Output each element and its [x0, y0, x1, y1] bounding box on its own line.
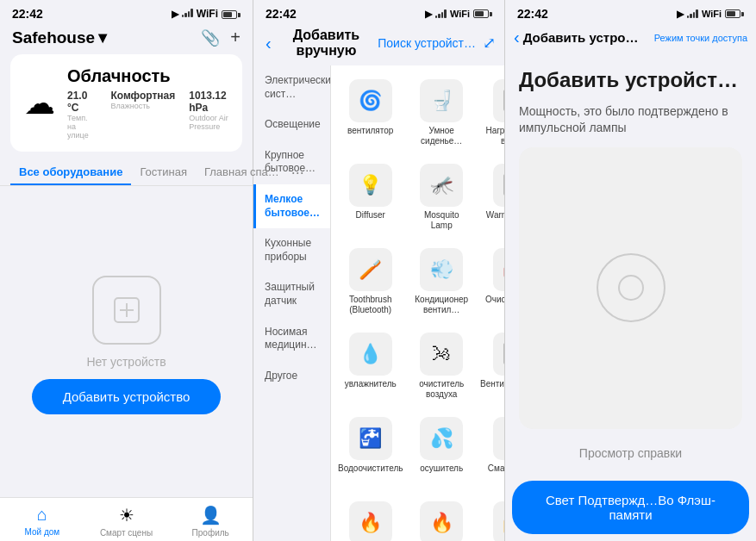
device-name-6: Toothbrush (Bluetooth): [338, 295, 403, 315]
weather-temp: 21.0 °C Темп. на улице: [67, 90, 97, 140]
panel3-device-info: 22:42 ▶ WiFi ‹ Добавить устро… Режим точ…: [504, 0, 756, 541]
p3-header: ‹ Добавить устро… Режим точки доступа: [505, 24, 756, 54]
p3-circle: [597, 253, 665, 322]
device-icon-1: 🚽: [420, 79, 463, 122]
device-item-6[interactable]: 🪥Toothbrush (Bluetooth): [334, 241, 406, 322]
device-name-9: увлажнитель: [345, 379, 397, 389]
tab-main-spa[interactable]: Главная спа…: [196, 160, 288, 185]
device-item-9[interactable]: 💧увлажнитель: [334, 326, 406, 407]
device-item-7[interactable]: 💨Кондиционер вентил…: [409, 241, 473, 322]
back-button-p2[interactable]: ‹: [262, 32, 275, 55]
device-item-0[interactable]: 🌀вентилятор: [334, 72, 406, 153]
attachment-icon[interactable]: 📎: [201, 28, 220, 47]
chevron-down-icon: ▾: [98, 28, 107, 47]
status-icons-panel2: ▶ WiFi: [425, 9, 492, 20]
device-name-12: Водоочиститель: [338, 463, 403, 474]
device-icon-13: 💦: [420, 417, 463, 460]
status-icons-panel3: ▶ WiFi: [677, 9, 744, 20]
device-item-8[interactable]: 🤖Очистка робот: [477, 241, 504, 322]
p3-title: Добавить устро…: [523, 30, 651, 45]
app-title-area[interactable]: Safehouse ▾: [12, 28, 107, 47]
device-item-3[interactable]: 💡Diffuser: [334, 157, 406, 238]
signal-icon-p2: [435, 9, 447, 18]
device-icon-3: 💡: [349, 164, 392, 207]
p2-header: ‹ Добавить вручную Поиск устройст… ⤢: [253, 24, 504, 65]
location-icon-p2: ▶: [425, 9, 432, 20]
weather-info: Облачность 21.0 °C Темп. на улице Комфор…: [67, 66, 228, 140]
time-panel1: 22:42: [12, 7, 43, 21]
device-item-4[interactable]: 🦟Mosquito Lamp: [409, 157, 473, 238]
p2-title: Добавить вручную: [278, 28, 375, 59]
category-item-1[interactable]: Освещение: [253, 109, 330, 140]
status-bar-panel1: 22:42 ▶ WiFi: [0, 0, 253, 24]
location-icon-p3: ▶: [677, 9, 684, 20]
device-name-5: Warming Table: [486, 210, 504, 221]
p3-main-title: Добавить устройст…: [519, 68, 742, 93]
back-button-p3[interactable]: ‹: [514, 28, 520, 47]
nav-item-scenes[interactable]: ☀ Смарт сцены: [84, 505, 169, 538]
device-name-0: вентилятор: [347, 126, 393, 136]
tab-living-room[interactable]: Гостиная: [131, 160, 196, 185]
nav-label-home: Мой дом: [25, 527, 60, 537]
device-item-16[interactable]: 🔥Обогреватели (Bluetooth): [409, 494, 473, 541]
more-tabs-button[interactable]: ···: [288, 160, 308, 185]
weather-card: ☁ Облачность 21.0 °C Темп. на улице Комф…: [10, 54, 242, 152]
weather-humidity: Комфортная Влажность: [110, 90, 175, 140]
device-item-15[interactable]: 🔥Обогреватели: [334, 494, 406, 541]
mode-button-p3[interactable]: Режим точки доступа: [654, 33, 747, 43]
device-name-13: осушитель: [420, 463, 463, 474]
time-panel2: 22:42: [266, 7, 297, 21]
category-item-7[interactable]: Другое: [253, 361, 330, 392]
category-item-4[interactable]: Кухонные приборы: [253, 228, 330, 272]
room-tabs: Все оборудование Гостиная Главная спа… ·…: [0, 160, 253, 186]
empty-text: Нет устройств: [86, 355, 166, 369]
device-icon-14: 💡: [493, 417, 504, 460]
device-name-7: Кондиционер вентил…: [413, 295, 470, 315]
p3-image-area: [519, 147, 742, 429]
wifi-icon-p2: WiFi: [450, 9, 470, 19]
weather-pressure: 1013.12 hPa Outdoor Air Pressure: [189, 90, 228, 140]
device-icon-6: 🪥: [349, 248, 392, 291]
device-item-2[interactable]: 🔲Нагреватель в ванн…: [477, 72, 504, 153]
p3-help-text: Просмотр справки: [519, 439, 742, 467]
tab-all-equipment[interactable]: Все оборудование: [10, 160, 131, 185]
device-item-1[interactable]: 🚽Умное сиденье…: [409, 72, 473, 153]
device-icon-10: 🌬: [420, 333, 463, 376]
location-icon: ▶: [172, 9, 178, 20]
weather-stats: 21.0 °C Темп. на улице Комфортная Влажно…: [67, 90, 228, 140]
app-title: Safehouse: [12, 28, 95, 47]
signal-icon-p3: [687, 9, 698, 18]
device-item-10[interactable]: 🌬очиститель воздуха: [409, 326, 473, 407]
category-item-0[interactable]: Электрические сист…: [253, 65, 330, 109]
device-name-4: Mosquito Lamp: [413, 210, 470, 231]
add-device-button[interactable]: Добавить устройство: [32, 379, 222, 414]
weather-title: Облачность: [67, 66, 228, 86]
category-list: Электрические сист…ОсвещениеКрупное быто…: [253, 65, 331, 541]
expand-button-p2[interactable]: ⤢: [483, 34, 496, 53]
device-name-3: Diffuser: [356, 210, 385, 221]
nav-item-home[interactable]: ⌂ Мой дом: [0, 505, 84, 538]
category-item-6[interactable]: Носимая медицин…: [253, 317, 330, 361]
weather-cloud-icon: ☁: [24, 85, 55, 121]
device-item-12[interactable]: 🚰Водоочиститель: [334, 410, 406, 491]
category-item-5[interactable]: Защитный датчик: [253, 272, 330, 316]
confirm-button-p3[interactable]: Свет Подтвержд…Во Флэш-памяти: [512, 481, 749, 534]
search-button-p2[interactable]: Поиск устройст…: [378, 36, 476, 50]
p3-subtitle: Мощность, это было подтверждено в импуль…: [519, 103, 742, 137]
device-icon-17: 📻: [493, 501, 504, 541]
add-icon[interactable]: +: [230, 28, 241, 47]
battery-icon-p2: [473, 9, 492, 18]
p3-content: Добавить устройст… Мощность, это было по…: [505, 54, 756, 481]
device-item-17[interactable]: 📻Youting: [477, 494, 504, 541]
device-grid: 🌀вентилятор🚽Умное сиденье…🔲Нагреватель в…: [331, 65, 504, 541]
nav-item-profile[interactable]: 👤 Профиль: [168, 505, 253, 538]
device-item-14[interactable]: 💡Смарт-лампа дл…: [477, 410, 504, 491]
device-item-5[interactable]: 🔲Warming Table: [477, 157, 504, 238]
category-item-3[interactable]: Мелкое бытовое…: [253, 184, 330, 228]
device-item-11[interactable]: 🔲Вентиляционный бл…: [477, 326, 504, 407]
device-icon-2: 🔲: [493, 79, 504, 122]
device-name-2: Нагреватель в ванн…: [480, 126, 504, 146]
device-icon-4: 🦟: [420, 164, 463, 207]
battery-icon: [222, 9, 241, 19]
device-item-13[interactable]: 💦осушитель: [409, 410, 473, 491]
